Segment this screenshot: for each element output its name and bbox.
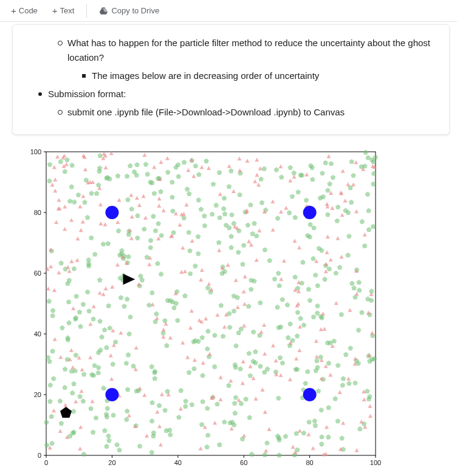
svg-marker-127 [318, 355, 323, 359]
svg-marker-744 [155, 316, 159, 321]
svg-marker-238 [176, 174, 181, 178]
svg-marker-461 [101, 242, 106, 246]
svg-marker-547 [288, 178, 292, 183]
svg-marker-453 [240, 262, 246, 267]
svg-marker-299 [290, 194, 295, 199]
svg-marker-377 [101, 386, 106, 390]
svg-marker-675 [242, 324, 246, 328]
svg-marker-796 [227, 164, 232, 168]
svg-marker-42 [332, 396, 338, 401]
svg-marker-688 [207, 166, 211, 170]
svg-marker-399 [47, 178, 52, 183]
svg-marker-780 [137, 203, 142, 207]
svg-marker-714 [90, 399, 94, 403]
svg-marker-623 [242, 290, 246, 294]
svg-marker-180 [369, 288, 374, 293]
svg-marker-308 [74, 353, 79, 358]
markdown-text: What has to happen for the particle filt… [67, 38, 430, 63]
svg-marker-575 [346, 376, 351, 381]
svg-marker-549 [157, 197, 162, 201]
svg-marker-196 [125, 197, 131, 202]
svg-marker-311 [105, 175, 111, 180]
svg-marker-344 [251, 329, 256, 334]
add-text-button[interactable]: + Text [46, 4, 81, 18]
svg-marker-401 [183, 404, 188, 409]
svg-marker-516 [205, 346, 210, 351]
svg-marker-424 [58, 260, 64, 265]
svg-marker-262 [193, 264, 198, 268]
svg-marker-370 [323, 160, 328, 165]
svg-text:80: 80 [306, 459, 313, 466]
svg-marker-91 [165, 389, 170, 393]
svg-marker-665 [168, 336, 173, 340]
svg-marker-35 [97, 319, 103, 324]
svg-marker-654 [254, 396, 258, 401]
svg-marker-678 [291, 445, 295, 449]
svg-marker-771 [183, 270, 187, 274]
svg-marker-621 [159, 443, 163, 447]
svg-marker-694 [55, 155, 60, 159]
add-code-label: Code [19, 6, 38, 15]
svg-marker-256 [125, 174, 130, 178]
svg-marker-137 [149, 450, 154, 455]
svg-marker-526 [341, 169, 345, 173]
svg-marker-115 [316, 389, 321, 393]
svg-marker-478 [124, 361, 129, 365]
svg-marker-801 [217, 248, 221, 253]
svg-marker-66 [77, 310, 83, 314]
svg-marker-134 [343, 352, 349, 357]
svg-marker-677 [179, 407, 183, 411]
svg-marker-642 [52, 288, 57, 292]
svg-marker-211 [212, 364, 218, 369]
svg-marker-104 [213, 203, 219, 208]
svg-marker-368 [89, 235, 94, 240]
svg-marker-230 [158, 189, 163, 194]
svg-marker-80 [351, 285, 357, 290]
svg-marker-342 [125, 387, 131, 392]
svg-marker-632 [355, 448, 359, 452]
add-code-button[interactable]: + Code [5, 4, 44, 18]
cell-area: What has to happen for the particle filt… [0, 24, 457, 476]
markdown-cell[interactable]: What has to happen for the particle filt… [12, 24, 450, 135]
svg-marker-94 [258, 177, 264, 182]
svg-marker-487 [94, 415, 99, 420]
svg-marker-674 [263, 410, 267, 414]
svg-marker-570 [234, 278, 238, 282]
svg-marker-799 [190, 309, 194, 313]
svg-marker-432 [319, 441, 325, 446]
svg-marker-51 [205, 406, 210, 410]
svg-marker-265 [222, 211, 228, 216]
svg-marker-436 [159, 271, 164, 276]
svg-marker-204 [89, 191, 94, 195]
svg-marker-362 [175, 318, 180, 322]
svg-marker-557 [184, 203, 188, 207]
svg-marker-88 [215, 401, 220, 406]
svg-marker-343 [249, 452, 255, 457]
svg-marker-527 [292, 239, 297, 243]
toolbar-separator [86, 4, 87, 18]
svg-marker-772 [88, 322, 92, 326]
svg-marker-361 [326, 434, 331, 439]
svg-marker-266 [190, 402, 195, 407]
svg-marker-686 [127, 413, 131, 418]
svg-marker-497 [59, 421, 64, 426]
svg-marker-689 [104, 287, 108, 291]
svg-marker-626 [63, 205, 67, 209]
svg-marker-449 [200, 373, 205, 378]
svg-marker-143 [81, 452, 87, 457]
markdown-text: The images below are in decreasing order… [92, 70, 319, 81]
svg-marker-589 [284, 206, 288, 210]
svg-marker-151 [66, 320, 72, 325]
copy-to-drive-button[interactable]: Copy to Drive [93, 4, 165, 18]
svg-marker-691 [279, 209, 283, 214]
svg-marker-198 [232, 401, 238, 406]
svg-marker-233 [232, 410, 238, 415]
svg-marker-345 [183, 398, 188, 403]
svg-marker-36 [146, 302, 152, 307]
svg-marker-29 [275, 216, 281, 220]
svg-marker-523 [356, 280, 362, 285]
svg-marker-421 [337, 265, 343, 270]
svg-marker-172 [304, 197, 309, 202]
svg-marker-659 [199, 165, 204, 169]
svg-marker-821 [340, 212, 345, 217]
